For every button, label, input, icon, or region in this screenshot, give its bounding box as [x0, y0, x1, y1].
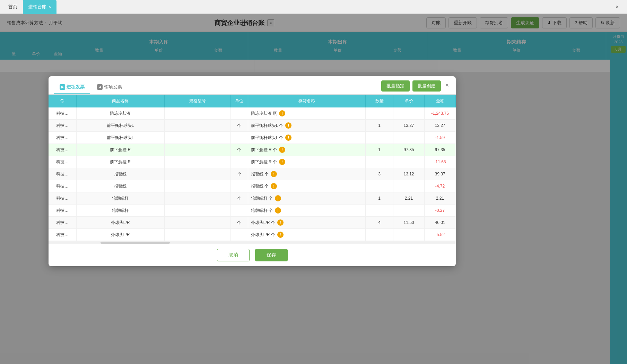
col-header-qty: 数量	[366, 95, 393, 107]
dialog-header-actions: 批量指定 批量创建 ×	[381, 80, 450, 94]
invoice-dialog: ▶ 进项发票 ◀ 销项发票 批量指定 批量创建 × 你 商品名称 规格型号	[49, 76, 456, 266]
tab-ledger[interactable]: 进销台账 ×	[23, 0, 56, 14]
cancel-button[interactable]: 取消	[217, 249, 250, 261]
table-row: 科技…前平衡杆球头L个前平衡杆球头L 个!113.2713.27	[49, 120, 456, 132]
table-row: 科技…报警线个报警线 个!313.1239.37	[49, 168, 456, 180]
table-row: 科技…防冻冷却液防冻冷却液 瓶!-1,243.76	[49, 107, 456, 120]
dialog-footer: 取消 保存	[49, 244, 456, 266]
batch-create-button[interactable]: 批量创建	[412, 80, 441, 92]
dialog-close-button[interactable]: ×	[444, 82, 450, 89]
scrollbar-thumb[interactable]	[101, 242, 170, 244]
col-header-product: 商品名称	[76, 95, 164, 107]
window-close-button[interactable]: ×	[616, 4, 624, 10]
main-content: 销售成本计算方法： 月平均 商贸企业进销台账 ≡ 对账 重新开账 存货别名 生成…	[0, 14, 627, 364]
batch-assign-button[interactable]: 批量指定	[381, 80, 410, 92]
top-tab-bar: 首页 进销台账 × ×	[0, 0, 627, 14]
tab-close-icon[interactable]: ×	[49, 0, 51, 14]
table-row: 科技…前下悬挂 R个前下悬挂 R 个!197.3597.35	[49, 144, 456, 156]
table-row: 科技…外球头L/R外球头L/R 个!-5.52	[49, 229, 456, 241]
warning-icon: !	[277, 219, 284, 226]
horizontal-scrollbar[interactable]	[49, 241, 456, 244]
col-header-stock: 存货名称	[248, 95, 365, 107]
table-row: 科技…轮毂螺杆个轮毂螺杆 个!12.212.21	[49, 192, 456, 205]
warning-icon: !	[275, 195, 281, 201]
warning-icon: !	[285, 135, 291, 141]
col-header-unit: 单位	[230, 95, 248, 107]
warning-icon: !	[279, 159, 285, 165]
invoice-in-icon: ▶	[60, 84, 65, 90]
col-header-supplier: 你	[49, 95, 76, 107]
warning-icon: !	[279, 110, 285, 116]
warning-icon: !	[275, 207, 281, 214]
warning-icon: !	[279, 147, 285, 153]
invoice-out-icon: ◀	[97, 84, 103, 90]
table-row: 科技…报警线报警线 个!-4.72	[49, 180, 456, 192]
table-row: 科技…前下悬挂 R前下悬挂 R 个!-11.68	[49, 156, 456, 168]
table-row: 科技…外球头L/R个外球头L/R 个!411.5046.01	[49, 217, 456, 229]
table-row: 科技…轮毂螺杆轮毂螺杆 个!-0.27	[49, 205, 456, 217]
tab-purchase-invoice[interactable]: ▶ 进项发票	[54, 81, 90, 94]
warning-icon: !	[277, 232, 284, 238]
table-row: 科技…前平衡杆球头L前平衡杆球头L 个!-1.59	[49, 132, 456, 144]
dialog-header: ▶ 进项发票 ◀ 销项发票 批量指定 批量创建 ×	[49, 76, 456, 95]
warning-icon: !	[285, 122, 291, 129]
col-header-price: 单价	[393, 95, 425, 107]
tab-sales-invoice[interactable]: ◀ 销项发票	[92, 81, 128, 94]
warning-icon: !	[271, 183, 277, 189]
col-header-spec: 规格型号	[164, 95, 230, 107]
tab-home[interactable]: 首页	[3, 0, 23, 14]
warning-icon: !	[271, 171, 277, 177]
col-header-amount: 金额	[425, 95, 456, 107]
save-button[interactable]: 保存	[255, 249, 288, 261]
dialog-table: 你 商品名称 规格型号 单位 存货名称 数量 单价 金额 科技…防冻冷却液防冻冷…	[49, 95, 456, 241]
